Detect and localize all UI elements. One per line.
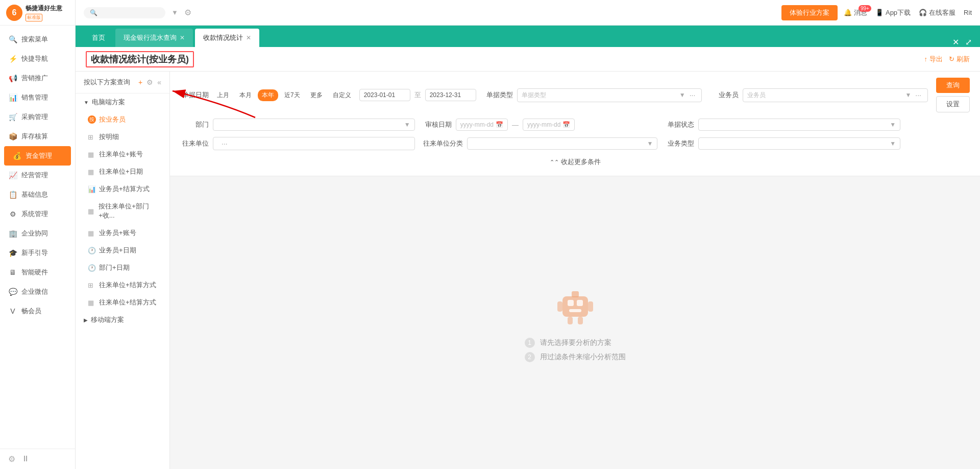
sidebar-item-basic[interactable]: 📋 基础信息 bbox=[0, 185, 75, 204]
date-to-input[interactable]: 2023-12-31 bbox=[425, 89, 476, 101]
sidebar-item-marketing-label: 营销推广 bbox=[21, 74, 48, 83]
tree-item-dept-date[interactable]: 🕐 部门+日期 bbox=[76, 259, 169, 276]
tab-bank-close-icon[interactable]: ✕ bbox=[180, 34, 185, 41]
trial-button[interactable]: 体验行业方案 bbox=[781, 5, 838, 20]
biz-type-arrow-icon: ▼ bbox=[890, 140, 896, 147]
maximize-window-icon[interactable]: ⤢ bbox=[965, 37, 972, 47]
export-button[interactable]: ↑ 导出 bbox=[924, 55, 943, 64]
topbar-chevron-icon[interactable]: ▼ bbox=[172, 9, 178, 16]
export-icon: ↑ bbox=[924, 55, 928, 63]
date-tab-this-month[interactable]: 本月 bbox=[235, 89, 256, 101]
filter-area: 单据日期 上月 本月 本年 近7天 更多 自定义 2023-01-01 至 bbox=[170, 72, 980, 176]
sidebar-item-member[interactable]: V 畅会员 bbox=[0, 301, 75, 321]
partner-more-icon[interactable]: ··· bbox=[219, 139, 230, 148]
topbar-gear-icon[interactable]: ⚙ bbox=[184, 8, 191, 17]
tree-item-salesperson-payment[interactable]: 📊 业务员+结算方式 bbox=[76, 180, 169, 198]
sidebar-item-system[interactable]: ⚙ 系统管理 bbox=[0, 204, 75, 224]
sidebar-item-guide[interactable]: 🎓 新手引导 bbox=[0, 243, 75, 263]
query-button[interactable]: 查询 bbox=[936, 78, 970, 93]
tree-item-salesperson-icon: 按 bbox=[88, 115, 96, 124]
tree-item-unit-dept-receipt[interactable]: ▦ 按往来单位+部门+收... bbox=[76, 198, 169, 224]
svg-rect-2 bbox=[577, 300, 583, 306]
partner-select[interactable]: ··· bbox=[213, 137, 415, 150]
tab-receipt-close-icon[interactable]: ✕ bbox=[246, 34, 251, 41]
panel-header: 按以下方案查询 + ⚙ « bbox=[76, 72, 169, 93]
date-from-input[interactable]: 2023-01-01 bbox=[359, 89, 410, 101]
tab-bank[interactable]: 现金银行流水查询 ✕ bbox=[115, 29, 193, 47]
refresh-label: 刷新 bbox=[957, 55, 970, 64]
system-icon: ⚙ bbox=[8, 209, 17, 219]
topbar-search[interactable]: 🔍 bbox=[84, 7, 165, 18]
date-tab-7days[interactable]: 近7天 bbox=[280, 89, 304, 101]
filter-group-salesperson: 业务员 业务员 ▼ ··· bbox=[710, 88, 928, 102]
date-tab-this-year[interactable]: 本年 bbox=[258, 89, 278, 101]
tree-section-mobile-label: 移动端方案 bbox=[91, 315, 124, 324]
doc-type-more-icon[interactable]: ··· bbox=[688, 91, 698, 99]
svg-rect-1 bbox=[568, 300, 574, 306]
tree-item-unit-payment2[interactable]: ▦ 往来单位+结算方式 bbox=[76, 294, 169, 311]
partner-category-select[interactable]: ▼ bbox=[467, 137, 658, 150]
salesperson-select[interactable]: 业务员 ▼ ··· bbox=[743, 88, 928, 102]
collapse-panel-icon[interactable]: « bbox=[157, 78, 161, 86]
sidebar-item-shortcut[interactable]: ⚡ 快捷导航 bbox=[0, 49, 75, 68]
tree-item-salesperson-date[interactable]: 🕐 业务员+日期 bbox=[76, 242, 169, 259]
tree-item-by-salesperson[interactable]: 按 按业务员 bbox=[76, 111, 169, 128]
step-1-num: 1 bbox=[525, 338, 535, 348]
doc-status-select[interactable]: ▼ bbox=[698, 119, 900, 131]
sidebar-item-shortcut-label: 快捷导航 bbox=[21, 54, 48, 63]
sidebar-item-enterprise[interactable]: 🏢 企业协同 bbox=[0, 224, 75, 243]
tree-item-by-detail[interactable]: ⊞ 按明细 bbox=[76, 128, 169, 146]
svg-rect-7 bbox=[568, 317, 573, 324]
tree-item-unit-payment1[interactable]: ⊞ 往来单位+结算方式 bbox=[76, 276, 169, 294]
date-tab-last-month[interactable]: 上月 bbox=[213, 89, 233, 101]
sidebar-item-operation[interactable]: 📈 经营管理 bbox=[0, 166, 75, 185]
dept-select[interactable]: ▼ bbox=[213, 119, 415, 131]
doc-type-select[interactable]: 单据类型 ▼ ··· bbox=[517, 88, 702, 102]
sidebar-item-finance[interactable]: 💰 资金管理 bbox=[4, 146, 71, 166]
collapse-bottom-icon[interactable]: ⏸ bbox=[21, 454, 30, 464]
page-header-actions: ↑ 导出 ↻ 刷新 bbox=[924, 55, 970, 64]
finance-icon: 💰 bbox=[12, 151, 21, 160]
online-service-btn[interactable]: 🎧 在线客服 bbox=[919, 8, 955, 17]
tab-home[interactable]: 首页 bbox=[84, 29, 113, 47]
empty-step-1: 1 请先选择要分析的方案 bbox=[525, 338, 626, 348]
settings-bottom-icon[interactable]: ⚙ bbox=[8, 454, 15, 464]
collapse-button[interactable]: ⌃⌃ 收起更多条件 bbox=[180, 154, 970, 170]
sidebar-item-wechat[interactable]: 💬 企业微信 bbox=[0, 282, 75, 301]
content-area: 按以下方案查询 + ⚙ « ▼ 电脑端方案 按 按业务员 ⊞ bbox=[76, 72, 980, 469]
biz-type-select[interactable]: ▼ bbox=[698, 137, 900, 150]
sidebar-item-marketing[interactable]: 📢 营销推广 bbox=[0, 68, 75, 88]
refresh-button[interactable]: ↻ 刷新 bbox=[949, 55, 970, 64]
tree-section-mobile[interactable]: ▶ 移动端方案 bbox=[76, 311, 169, 329]
tree-section-desktop[interactable]: ▼ 电脑端方案 bbox=[76, 93, 169, 111]
tree-item-salesperson-account[interactable]: ▦ 业务员+账号 bbox=[76, 224, 169, 242]
tree-item-detail-icon: ⊞ bbox=[88, 133, 96, 141]
sidebar-item-search[interactable]: 🔍 搜索菜单 bbox=[0, 30, 75, 49]
app-badge: 标准版 bbox=[26, 14, 42, 21]
close-window-icon[interactable]: ✕ bbox=[952, 37, 959, 47]
review-date-from-input[interactable]: yyyy-mm-dd 📅 bbox=[456, 119, 508, 131]
user-avatar[interactable]: Rit bbox=[964, 9, 972, 16]
sidebar-item-hardware[interactable]: 🖥 智能硬件 bbox=[0, 263, 75, 282]
sidebar-item-inventory[interactable]: 📦 库存核算 bbox=[0, 127, 75, 146]
sidebar-item-finance-label: 资金管理 bbox=[26, 151, 52, 160]
app-download-btn[interactable]: 📱 App下载 bbox=[875, 8, 911, 17]
review-date-to-input[interactable]: yyyy-mm-dd 📅 bbox=[523, 119, 575, 131]
svg-rect-8 bbox=[578, 317, 583, 324]
date-tab-more[interactable]: 更多 bbox=[306, 89, 327, 101]
sidebar-item-purchase[interactable]: 🛒 采购管理 bbox=[0, 107, 75, 127]
bell-icon: 🔔 bbox=[844, 9, 852, 16]
tab-receipt[interactable]: 收款情况统计 ✕ bbox=[195, 29, 259, 47]
sidebar-item-sales[interactable]: 📊 销售管理 bbox=[0, 88, 75, 107]
notifications-btn[interactable]: 🔔 消息 99+ bbox=[844, 8, 867, 17]
tree-item-unit-account[interactable]: ▦ 往来单位+账号 bbox=[76, 146, 169, 163]
salesperson-more-icon[interactable]: ··· bbox=[913, 91, 923, 99]
filter-group-date: 单据日期 上月 本月 本年 近7天 更多 自定义 2023-01-01 至 bbox=[180, 89, 476, 101]
date-tab-custom[interactable]: 自定义 bbox=[329, 89, 355, 101]
setting-scheme-icon[interactable]: ⚙ bbox=[146, 78, 153, 86]
tree-item-unit-date[interactable]: ▦ 往来单位+日期 bbox=[76, 163, 169, 180]
collapse-row: ⌃⌃ 收起更多条件 bbox=[180, 154, 970, 170]
add-scheme-icon[interactable]: + bbox=[138, 78, 142, 86]
tree-item-detail-label: 按明细 bbox=[99, 132, 119, 142]
setting-button[interactable]: 设置 bbox=[936, 96, 970, 112]
